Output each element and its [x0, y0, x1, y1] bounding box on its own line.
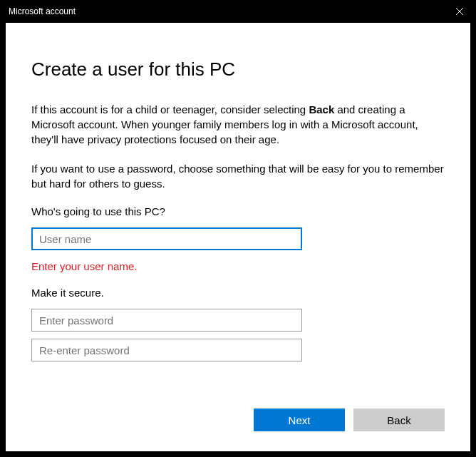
- secure-section-label: Make it secure.: [31, 287, 445, 299]
- page-heading: Create a user for this PC: [31, 58, 445, 81]
- desc-text-pre: If this account is for a child or teenag…: [31, 103, 309, 115]
- error-message: Enter your user name.: [31, 260, 445, 272]
- next-button[interactable]: Next: [254, 409, 345, 431]
- back-button[interactable]: Back: [353, 409, 445, 431]
- dialog-content: Create a user for this PC If this accoun…: [6, 23, 470, 451]
- username-input[interactable]: [31, 227, 302, 250]
- desc-text-bold: Back: [309, 103, 334, 115]
- titlebar: Microsoft account: [0, 0, 476, 23]
- user-section-label: Who's going to use this PC?: [31, 205, 445, 217]
- password-input[interactable]: [31, 309, 302, 332]
- close-icon: [456, 8, 463, 15]
- description-password: If you want to use a password, choose so…: [31, 161, 445, 191]
- close-button[interactable]: [443, 0, 476, 23]
- button-row: Next Back: [254, 409, 445, 431]
- dialog-window: Microsoft account Create a user for this…: [0, 0, 476, 457]
- reenter-password-input[interactable]: [31, 339, 302, 361]
- window-title: Microsoft account: [9, 6, 76, 16]
- description-child: If this account is for a child or teenag…: [31, 102, 445, 147]
